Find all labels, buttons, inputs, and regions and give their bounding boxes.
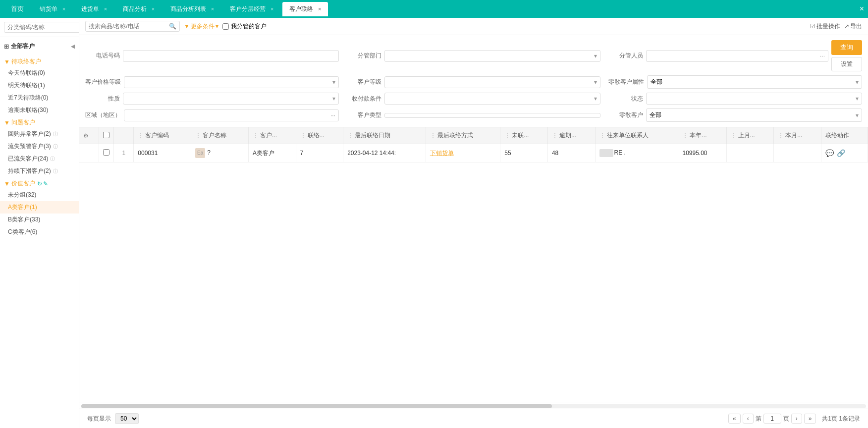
nav-purchase[interactable]: 进货单 × [74, 2, 114, 16]
sidebar-item-class-c[interactable]: C类客户(6) [0, 226, 79, 238]
row-select-checkbox[interactable] [103, 149, 109, 156]
top-nav: 首页 销货单 × 进货单 × 商品分析 × 商品分析列表 × 客户分层经营 × … [0, 0, 868, 18]
th-no-contact: ⋮未联... [500, 127, 548, 144]
nav-home[interactable]: 首页 [4, 1, 31, 16]
nav-analysis-list[interactable]: 商品分析列表 × [163, 2, 221, 16]
row-checkbox[interactable] [99, 144, 114, 162]
retail-customer-select[interactable]: 全部 ▾ [646, 108, 862, 122]
nav-analysis-close[interactable]: × [152, 6, 155, 12]
export-btn[interactable]: ↗ 导出 [844, 22, 862, 31]
page-input[interactable] [763, 414, 781, 424]
per-page-select[interactable]: 50 [115, 413, 139, 424]
row-last-method[interactable]: 下销货单 [426, 144, 500, 162]
collapse-icon: ◀ [71, 44, 75, 49]
link-icon[interactable]: 🔗 [837, 149, 845, 157]
nav-analysis-list-close[interactable]: × [211, 6, 214, 12]
payment-select[interactable]: ▾ [384, 93, 600, 105]
nav-sales-close[interactable]: × [62, 6, 65, 12]
sidebar-item-today[interactable]: 今天待联络(0) [0, 67, 79, 79]
sidebar-all-section: ⊞ 全部客户 ◀ [0, 37, 79, 55]
nav-sales[interactable]: 销货单 × [33, 2, 72, 16]
row-name[interactable]: Ea? [191, 144, 249, 162]
scroll-thumb[interactable] [81, 404, 552, 408]
filter-btn[interactable]: ▼ 更多条件 ▾ [184, 22, 218, 31]
filter-customer-level-row: 客户等级 ▾ [347, 75, 600, 89]
sidebar-item-tomorrow[interactable]: 明天待联络(1) [0, 79, 79, 92]
first-page-btn[interactable]: « [728, 414, 741, 424]
nav-customer-layer-close[interactable]: × [271, 6, 273, 12]
batch-op-btn[interactable]: ☑ 批量操作 [810, 22, 840, 31]
next-page-btn[interactable]: › [791, 414, 802, 424]
row-action[interactable]: 💬 🔗 [821, 144, 868, 162]
sidebar-item-7days[interactable]: 近7天待联络(0) [0, 92, 79, 104]
info-icon-4: ⓘ [53, 168, 58, 175]
window-close[interactable]: × [860, 4, 864, 13]
last-page-btn[interactable]: » [804, 414, 816, 424]
sidebar-item-loss-warning[interactable]: 流失预警客户(3) ⓘ [0, 140, 79, 153]
nav-customer-contact-close[interactable]: × [318, 6, 321, 12]
retail-attr-label: 零散客户属性 [608, 78, 644, 86]
search-input[interactable] [89, 23, 168, 30]
filter-area-row: 区域（地区） ··· [85, 108, 339, 122]
nav-customer-contact[interactable]: 客户联络 × [282, 2, 328, 16]
search-icon[interactable]: 🔍 [169, 23, 176, 30]
th-name: ⋮客户名称 [191, 127, 249, 144]
grid-icon: ⊞ [4, 43, 9, 50]
sidebar-item-lost[interactable]: 已流失客户(24) ⓘ [0, 153, 79, 165]
settings-btn[interactable]: 设置 [831, 57, 862, 71]
info-icon-2: ⓘ [53, 143, 58, 150]
prev-page-btn[interactable]: ‹ [743, 414, 754, 424]
sidebar-item-ungrouped[interactable]: 未分组(32) [0, 189, 79, 201]
row-code: 000031 [134, 144, 191, 162]
page-label: 第 [756, 415, 761, 423]
payment-label: 收付款条件 [347, 95, 381, 103]
sidebar: 🔍 ⊞ 全部客户 ◀ ▼ 待联络客户 今天待联络(0) 明天待联络(1) 近7天… [0, 18, 79, 428]
price-level-select[interactable]: ▾ [124, 76, 339, 88]
refresh-icon[interactable]: ↻ [37, 180, 42, 187]
info-icon-1: ⓘ [53, 131, 58, 138]
area-label: 区域（地区） [85, 111, 121, 119]
btn-group: 查询 设置 [831, 40, 862, 71]
my-customer-check[interactable]: 我分管的客户 [222, 22, 267, 31]
chevron-down-icon-3: ▾ [594, 79, 597, 86]
nav-customer-layer[interactable]: 客户分层经营 × [223, 2, 280, 16]
dept-select[interactable]: ▾ [384, 50, 600, 62]
sidebar-search-input[interactable] [4, 22, 79, 33]
sidebar-item-abnormal[interactable]: 回购异常客户(2) ⓘ [0, 128, 79, 140]
row-contact-count: 7 [296, 144, 343, 162]
sidebar-item-overdue[interactable]: 逾期未联络(30) [0, 104, 79, 116]
sidebar-item-class-b[interactable]: B类客户(33) [0, 214, 79, 226]
row-level: A类客户 [248, 144, 296, 162]
sidebar-group-pending[interactable]: ▼ 待联络客户 [0, 55, 79, 67]
phone-input[interactable] [123, 50, 339, 62]
sidebar-group-problem[interactable]: ▼ 问题客户 [0, 116, 79, 128]
per-page-label: 每页显示 [87, 415, 111, 423]
search-box: 🔍 [85, 21, 180, 32]
customer-type-select[interactable] [384, 113, 600, 118]
edit-icon[interactable]: ✎ [43, 180, 48, 187]
sidebar-group-value[interactable]: ▼ 价值客户 ↻ ✎ [0, 177, 79, 189]
horizontal-scrollbar[interactable] [79, 403, 868, 409]
sidebar-all-customers[interactable]: ⊞ 全部客户 ◀ [0, 39, 79, 54]
total-text: 共1页 1条记录 [822, 415, 860, 423]
sidebar-item-class-a[interactable]: A类客户(1) [0, 201, 79, 214]
customer-level-select[interactable]: ▾ [384, 76, 600, 88]
my-customer-checkbox[interactable] [222, 23, 229, 30]
th-gear[interactable]: ⚙ [79, 127, 99, 144]
query-btn[interactable]: 查询 [831, 40, 862, 55]
message-icon[interactable]: 💬 [825, 149, 834, 157]
nav-analysis[interactable]: 商品分析 × [116, 2, 162, 16]
row-this-year: 10995.00 [678, 144, 726, 162]
customer-level-label: 客户等级 [347, 78, 381, 86]
last-method-link[interactable]: 下销货单 [430, 150, 454, 157]
manager-select[interactable]: ··· [646, 50, 828, 62]
retail-attr-select[interactable]: 全部 ▾ [647, 75, 862, 89]
th-index [114, 127, 134, 144]
select-all-checkbox[interactable] [103, 132, 109, 138]
area-select[interactable]: ··· [124, 109, 339, 121]
status-select[interactable]: ▾ [646, 93, 862, 105]
sidebar-item-declining[interactable]: 持续下滑客户(2) ⓘ [0, 165, 79, 177]
nature-select[interactable]: ▾ [123, 93, 339, 105]
th-level: ⋮客户... [248, 127, 296, 144]
nav-purchase-close[interactable]: × [104, 6, 107, 12]
